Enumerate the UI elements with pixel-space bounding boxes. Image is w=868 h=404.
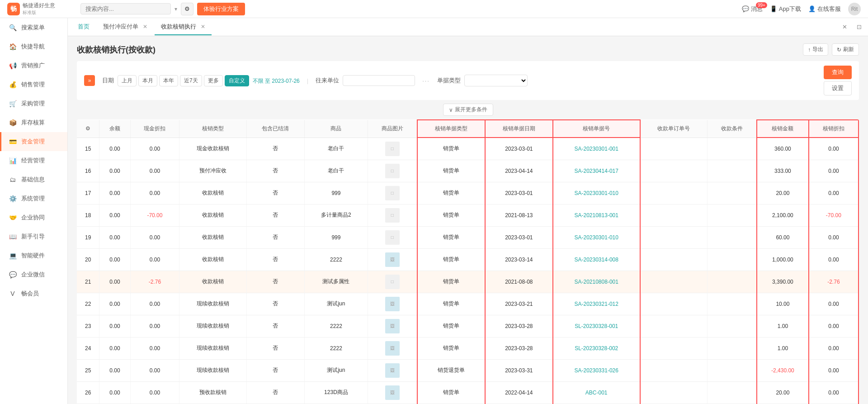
cell-receipt-condition xyxy=(708,381,757,404)
search-input[interactable] xyxy=(80,3,171,14)
date-custom[interactable]: 自定义 xyxy=(225,75,249,86)
sidebar-item-search[interactable]: 🔍 搜索菜单 xyxy=(0,18,67,37)
tab-home[interactable]: 首页 xyxy=(71,19,96,35)
cell-product-img: □ xyxy=(368,271,417,293)
table-row: 20 0.00 0.00 收款核销 否 2222 🖼 销货单 2023-03-1… xyxy=(77,248,859,271)
logo-badge: 标准版 xyxy=(23,10,55,16)
th-cancel-doc-num: 核销单据号 xyxy=(553,120,640,138)
export-button[interactable]: ↑ 导出 xyxy=(803,43,828,56)
cell-product-img: 🖼 xyxy=(368,359,417,381)
cell-balance: 0.00 xyxy=(99,160,130,182)
th-settings[interactable]: ⚙ xyxy=(77,120,99,138)
cell-include-settled: 否 xyxy=(246,226,304,248)
cell-cancel-doc-date: 2023-03-21 xyxy=(485,293,553,315)
sidebar-item-system[interactable]: ⚙️ 系统管理 xyxy=(0,189,67,208)
cell-cancel-doc-num[interactable]: SA-20230414-017 xyxy=(553,160,640,182)
sidebar-item-hardware[interactable]: 💻 智能硬件 xyxy=(0,246,67,265)
date-this-month[interactable]: 本月 xyxy=(138,75,157,86)
cell-cancel-doc-date: 2023-03-01 xyxy=(485,138,553,160)
cell-cancel-doc-date: 2023-03-28 xyxy=(485,337,553,359)
expand-more-button[interactable]: ∨ 展开更多条件 xyxy=(443,104,493,116)
dropdown-arrow-icon[interactable]: ▾ xyxy=(175,6,177,12)
notification-button[interactable]: 💬 消息 99+ xyxy=(742,5,763,13)
sidebar-label-finance: 资金管理 xyxy=(21,138,45,146)
sidebar-item-base[interactable]: 🗂 基础信息 xyxy=(0,170,67,189)
industry-button[interactable]: 体验行业方案 xyxy=(197,3,245,15)
cell-receipt-order-num xyxy=(640,359,708,381)
sidebar-item-corp[interactable]: 🤝 企业协同 xyxy=(0,208,67,227)
cell-balance: 0.00 xyxy=(99,315,130,337)
chat-icon: 💬 xyxy=(742,5,749,12)
cell-product: 老白干 xyxy=(305,160,368,182)
sidebar-item-guide[interactable]: 📖 新手引导 xyxy=(0,227,67,246)
cell-cancel-doc-num[interactable]: SL-20230328-002 xyxy=(553,337,640,359)
cell-balance: 0.00 xyxy=(99,337,130,359)
cell-cancel-doc-date: 2023-03-31 xyxy=(485,359,553,381)
avatar[interactable]: Rit xyxy=(848,3,861,15)
sidebar-item-quicknav[interactable]: 🏠 快捷导航 xyxy=(0,37,67,56)
date-this-year[interactable]: 本年 xyxy=(159,75,178,86)
doctype-select[interactable] xyxy=(464,75,528,86)
query-button[interactable]: 查询 xyxy=(824,66,852,79)
cell-cancel-doc-num[interactable]: SA-20230331-026 xyxy=(553,359,640,381)
sidebar-item-sales[interactable]: 💰 销售管理 xyxy=(0,75,67,94)
cell-balance: 0.00 xyxy=(99,293,130,315)
tab-prepay-close[interactable]: ✕ xyxy=(143,24,147,30)
search-area: ▾ ⚙ 体验行业方案 xyxy=(80,3,736,15)
date-7days[interactable]: 近7天 xyxy=(180,75,202,86)
cell-cancel-doc-num[interactable]: ABC-001 xyxy=(553,381,640,404)
cell-cancel-doc-type: 销货单 xyxy=(417,204,485,226)
cell-product-img: 🖼 xyxy=(368,293,417,315)
filter-expand-button[interactable]: » xyxy=(84,75,95,86)
cell-balance: 0.00 xyxy=(99,271,130,293)
setting-button[interactable]: 设置 xyxy=(824,81,852,95)
sidebar-item-member[interactable]: V 畅会员 xyxy=(0,284,67,303)
sidebar-item-marketing[interactable]: 📢 营销推广 xyxy=(0,56,67,75)
cell-cancel-doc-num[interactable]: SA-20230301-010 xyxy=(553,226,640,248)
maximize-button[interactable]: ⊡ xyxy=(854,22,864,33)
partner-input[interactable] xyxy=(343,75,415,86)
tab-prepay[interactable]: 预付冲应付单 ✕ xyxy=(97,19,154,35)
app-download-button[interactable]: 📱 App下载 xyxy=(770,5,801,13)
sidebar-item-wechat[interactable]: 💬 企业微信 xyxy=(0,265,67,284)
cell-cash-discount: 0.00 xyxy=(130,293,179,315)
online-service-button[interactable]: 👤 在线客服 xyxy=(808,5,841,13)
date-last-month[interactable]: 上月 xyxy=(118,75,137,86)
tab-collection[interactable]: 收款核销执行 ✕ xyxy=(155,19,212,35)
cell-cancel-doc-type: 销货单 xyxy=(417,315,485,337)
top-right-actions: 💬 消息 99+ 📱 App下载 👤 在线客服 Rit xyxy=(742,3,861,15)
cell-cancel-type: 现续收款核销 xyxy=(179,359,247,381)
sidebar-item-operation[interactable]: 📊 经营管理 xyxy=(0,151,67,170)
cell-include-settled: 否 xyxy=(246,293,304,315)
table-row: 24 0.00 0.00 现续收款核销 否 2222 🖼 销货单 2023-03… xyxy=(77,337,859,359)
tab-collection-label: 收款核销执行 xyxy=(161,23,196,31)
cell-product-img: 🖼 xyxy=(368,248,417,271)
expand-more-section: ∨ 展开更多条件 xyxy=(77,104,859,116)
settings-icon[interactable]: ⚙ xyxy=(181,3,193,15)
table-row: 19 0.00 0.00 收款核销 否 999 □ 销货单 2023-03-01… xyxy=(77,226,859,248)
cell-cancel-doc-num[interactable]: SA-20230301-010 xyxy=(553,182,640,204)
cell-cancel-doc-num[interactable]: SA-20210813-001 xyxy=(553,204,640,226)
close-tab-button[interactable]: ✕ xyxy=(839,22,850,33)
cell-cancel-doc-num[interactable]: SA-20230314-008 xyxy=(553,248,640,271)
sales-icon: 💰 xyxy=(9,81,17,89)
sidebar-item-finance[interactable]: 💳 资金管理 xyxy=(0,132,67,151)
sidebar-item-inventory[interactable]: 📦 库存核算 xyxy=(0,113,67,132)
cell-cancel-doc-num[interactable]: SL-20230328-001 xyxy=(553,315,640,337)
sidebar-item-purchase[interactable]: 🛒 采购管理 xyxy=(0,94,67,113)
cell-cancel-doc-num[interactable]: SA-20230301-001 xyxy=(553,138,640,160)
tab-collection-close[interactable]: ✕ xyxy=(201,24,205,30)
base-icon: 🗂 xyxy=(9,176,17,184)
cell-cancel-discount: -2.76 xyxy=(809,271,859,293)
filter-doctype-section: 单据类型 xyxy=(437,75,528,86)
cell-cancel-discount: 0.00 xyxy=(809,359,859,381)
cell-cancel-doc-num[interactable]: SA-20210808-001 xyxy=(553,271,640,293)
cell-include-settled: 否 xyxy=(246,204,304,226)
cell-cancel-amount: 60.00 xyxy=(757,226,809,248)
cell-cancel-doc-num[interactable]: SA-20230321-012 xyxy=(553,293,640,315)
refresh-button[interactable]: ↻ 刷新 xyxy=(832,43,859,56)
cell-product: 123D商品 xyxy=(305,381,368,404)
cell-receipt-condition xyxy=(708,248,757,271)
th-cancel-doc-date: 核销单据日期 xyxy=(485,120,553,138)
date-more[interactable]: 更多 xyxy=(204,75,223,86)
